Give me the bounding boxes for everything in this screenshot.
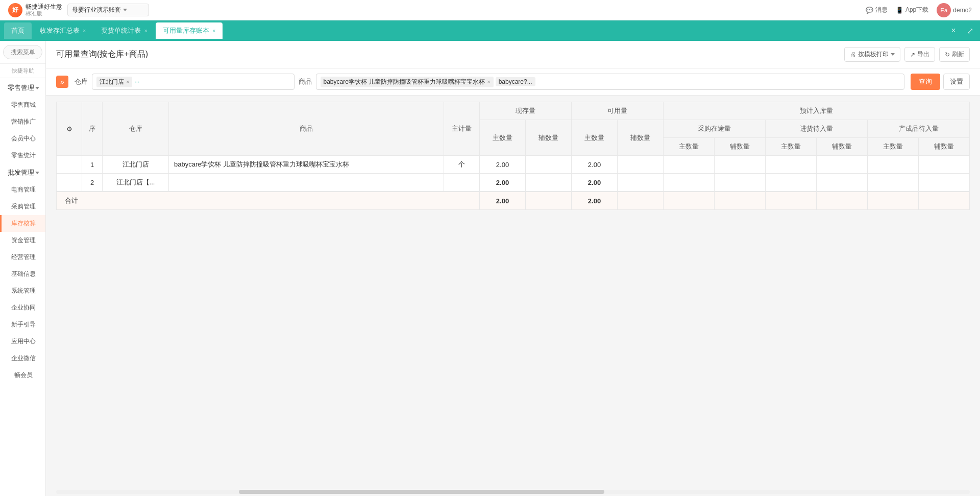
- user-action[interactable]: Ea demo2: [937, 3, 972, 17]
- th-settings[interactable]: ⚙: [57, 102, 82, 156]
- th-product-main: 主数量: [868, 138, 919, 156]
- search-input[interactable]: [3, 45, 42, 59]
- close-icon[interactable]: ×: [487, 79, 490, 85]
- avatar: Ea: [937, 3, 951, 17]
- export-icon: ↗: [910, 51, 915, 58]
- sidebar-item-kucun[interactable]: 库存核算: [0, 215, 45, 232]
- close-all-button[interactable]: ×: [947, 25, 960, 37]
- refresh-button[interactable]: ↻ 刷新: [939, 47, 970, 62]
- sidebar-item-xinshou[interactable]: 新手引导: [0, 316, 45, 333]
- th-stock-aux: 辅数量: [526, 120, 572, 156]
- footer-row: 合计 2.00 2.00: [57, 192, 970, 210]
- org-selector[interactable]: 母婴行业演示账套: [67, 4, 149, 16]
- cell-avail-aux-2: [618, 174, 664, 192]
- main-layout: 快捷导航 零售管理 零售商城 营销推广 会员中心 零售统计 批发管理 电商管理 …: [0, 41, 980, 496]
- setting-button[interactable]: 设置: [943, 74, 970, 90]
- sidebar-item-lingxiao[interactable]: 零售管理: [0, 79, 45, 97]
- download-action[interactable]: 📱 App下载: [896, 6, 928, 14]
- sidebar-item-lingxiao-mall[interactable]: 零售商城: [0, 97, 45, 113]
- filter-area: » 仓库 江北门店 × ··· 商品 babycare学饮杯 儿童防摔防撞吸管杯…: [46, 68, 980, 96]
- sidebar-nav-label[interactable]: 快捷导航: [0, 64, 45, 77]
- sidebar-item-zijin[interactable]: 资金管理: [0, 232, 45, 249]
- sidebar-item-pifa[interactable]: 批发管理: [0, 164, 45, 181]
- logo-icon: 好: [8, 3, 22, 17]
- tab-bar-actions: × ⤢: [947, 25, 976, 37]
- divider: [0, 78, 45, 78]
- cell-avail-aux-1: [618, 156, 664, 174]
- footer-inc-aux: [817, 192, 868, 210]
- horizontal-scrollbar[interactable]: [56, 490, 970, 494]
- cell-inc-main-1: [766, 156, 817, 174]
- refresh-icon: ↻: [945, 51, 950, 58]
- content-area: 可用量查询(按仓库+商品) 🖨 按模板打印 ↗ 导出 ↻ 刷新: [46, 41, 980, 496]
- cell-stock-main-2: 2.00: [480, 174, 526, 192]
- filter-expand-button[interactable]: »: [56, 76, 68, 88]
- close-icon[interactable]: ×: [144, 28, 147, 34]
- cell-pur-aux-2: [715, 174, 766, 192]
- chevron-down-icon: [123, 9, 127, 11]
- sidebar-item-dianshang[interactable]: 电商管理: [0, 181, 45, 198]
- product-filter-input[interactable]: babycare学饮杯 儿童防摔防撞吸管杯重力球吸嘴杯宝宝水杯 × babyca…: [316, 74, 905, 90]
- chevron-down-icon: [891, 53, 895, 56]
- cell-inc-main-2: [766, 174, 817, 192]
- table-row: 1 江北门店 babycare学饮杯 儿童防摔防撞吸管杯重力球吸嘴杯宝宝水杯 个…: [57, 156, 970, 174]
- cell-product-2: [169, 174, 444, 192]
- th-available-aux: 辅数量: [618, 120, 664, 156]
- top-bar: 好 畅捷通好生意 标准版 母婴行业演示账套 💬 消息 📱 App下载 Ea de…: [0, 0, 980, 20]
- sidebar-item-jichuxinxi[interactable]: 基础信息: [0, 266, 45, 282]
- th-purchase-main: 主数量: [664, 138, 715, 156]
- page-title: 可用量查询(按仓库+商品): [56, 49, 148, 66]
- close-icon[interactable]: ×: [126, 79, 129, 85]
- warehouse-label: 仓库: [75, 77, 88, 86]
- message-icon: 💬: [866, 7, 873, 14]
- tab-keyongliang[interactable]: 可用量库存账本 ×: [156, 22, 223, 39]
- sidebar-item-jingying[interactable]: 经营管理: [0, 249, 45, 266]
- top-bar-left: 好 畅捷通好生意 标准版 母婴行业演示账套: [8, 3, 149, 17]
- query-button[interactable]: 查询: [911, 74, 940, 90]
- export-button[interactable]: ↗ 导出: [904, 47, 935, 62]
- logo-text: 畅捷通好生意 标准版: [26, 3, 62, 17]
- th-available-main: 主数量: [572, 120, 618, 156]
- message-action[interactable]: 💬 消息: [866, 6, 888, 14]
- cell-product-1: babycare学饮杯 儿童防摔防撞吸管杯重力球吸嘴杯宝宝水杯: [169, 156, 444, 174]
- sidebar-item-tongji[interactable]: 零售统计: [0, 147, 45, 164]
- cell-pur-main-2: [664, 174, 715, 192]
- table-area: ⚙ 序 仓库 商品 主计量 现存量 可用量 预计入库量 主数量 辅数量 主数量: [46, 96, 980, 488]
- tab-bar: 首页 收发存汇总表 × 要货单统计表 × 可用量库存账本 × × ⤢: [0, 20, 980, 41]
- top-bar-right: 💬 消息 📱 App下载 Ea demo2: [866, 3, 972, 17]
- scroll-thumb[interactable]: [239, 490, 604, 494]
- cell-prod-main-2: [868, 174, 919, 192]
- footer-pur-main: [664, 192, 715, 210]
- sidebar-item-xitong[interactable]: 系统管理: [0, 282, 45, 299]
- tab-home[interactable]: 首页: [4, 22, 32, 39]
- sidebar-item-changyuan[interactable]: 畅会员: [0, 367, 45, 384]
- footer-prod-main: [868, 192, 919, 210]
- sidebar-item-caigou[interactable]: 采购管理: [0, 198, 45, 215]
- logo-area: 好 畅捷通好生意 标准版: [8, 3, 62, 17]
- footer-stock-main: 2.00: [480, 192, 526, 210]
- warehouse-filter-input[interactable]: 江北门店 × ···: [92, 74, 295, 90]
- cell-warehouse-1: 江北门店: [103, 156, 169, 174]
- cell-stock-aux-1: [526, 156, 572, 174]
- close-icon[interactable]: ×: [212, 28, 215, 34]
- filter-actions: 查询 设置: [911, 74, 970, 90]
- cell-inc-aux-2: [817, 174, 868, 192]
- tab-yaohuodan[interactable]: 要货单统计表 ×: [94, 22, 154, 39]
- cell-avail-main-1: 2.00: [572, 156, 618, 174]
- sidebar-item-huiyuan[interactable]: 会员中心: [0, 130, 45, 147]
- cell-seq-1: 1: [82, 156, 103, 174]
- close-icon[interactable]: ×: [83, 28, 86, 34]
- th-product: 商品: [169, 102, 444, 156]
- th-available-group: 可用量: [572, 102, 664, 120]
- chevron-down-icon: [35, 87, 39, 89]
- sidebar-item-qiyeweixin[interactable]: 企业微信: [0, 350, 45, 367]
- footer-stock-aux: [526, 192, 572, 210]
- expand-button[interactable]: ⤢: [964, 25, 976, 37]
- sidebar-item-qiye[interactable]: 企业协同: [0, 299, 45, 316]
- th-incoming-main: 主数量: [766, 138, 817, 156]
- th-stock-group: 现存量: [480, 102, 572, 120]
- print-button[interactable]: 🖨 按模板打印: [844, 47, 900, 62]
- sidebar-item-yingxiao[interactable]: 营销推广: [0, 113, 45, 130]
- tab-shoufacun[interactable]: 收发存汇总表 ×: [33, 22, 93, 39]
- sidebar-item-yingyong[interactable]: 应用中心: [0, 333, 45, 350]
